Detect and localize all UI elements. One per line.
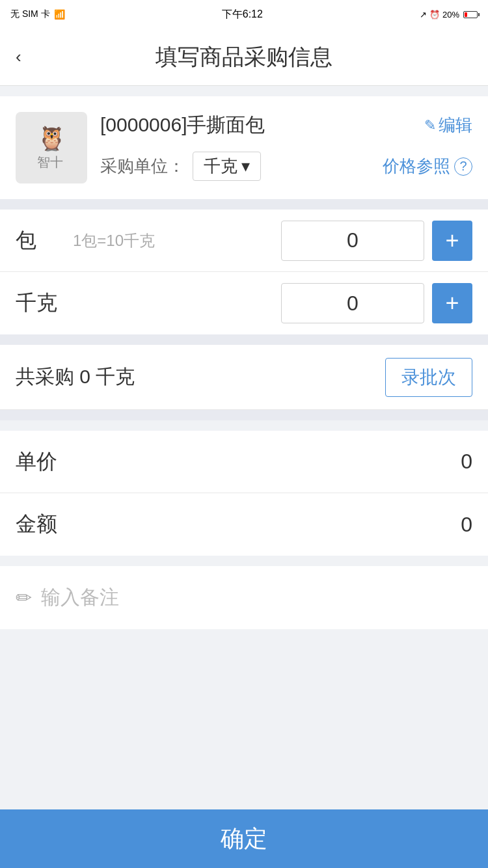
status-bar: 无 SIM 卡 📶 下午6:12 ↗ ⏰ 20% <box>0 0 488 29</box>
purchase-unit-label: 采购单位： <box>100 155 185 178</box>
product-owl-icon: 🦉 <box>37 125 66 152</box>
chevron-down-icon: ▾ <box>241 156 250 176</box>
batch-button[interactable]: 录批次 <box>385 358 472 397</box>
unit-price-value: 0 <box>461 450 472 474</box>
kg-input-row: 千克 + <box>0 272 488 334</box>
kg-plus-button[interactable]: + <box>432 283 472 323</box>
bao-input-row: 包 1包=10千克 + <box>0 210 488 272</box>
price-section: 单价 0 金额 0 <box>0 431 488 556</box>
kg-label: 千克 <box>16 289 68 318</box>
remark-placeholder: 输入备注 <box>41 584 119 611</box>
section-divider-3 <box>0 410 488 420</box>
product-image: 🦉 智十 <box>16 112 87 183</box>
status-time: 下午6:12 <box>222 8 263 21</box>
product-brand-label: 智十 <box>37 154 66 171</box>
battery-label: 20% <box>442 10 459 20</box>
pencil-icon: ✏ <box>16 586 32 609</box>
total-section: 共采购 0 千克 录批次 <box>0 334 488 410</box>
unit-price-row: 单价 0 <box>0 431 488 493</box>
amount-value: 0 <box>461 513 472 537</box>
alarm-icon: ⏰ <box>429 10 440 20</box>
wifi-icon: 📶 <box>54 9 65 20</box>
bao-input[interactable] <box>281 221 424 261</box>
purchase-unit-row: 采购单位： 千克 ▾ 价格参照 ? <box>100 152 472 181</box>
bao-sublabel: 1包=10千克 <box>73 230 155 251</box>
amount-label: 金额 <box>16 510 57 539</box>
sim-label: 无 SIM 卡 <box>10 8 50 20</box>
battery-icon <box>463 11 478 18</box>
product-name: [0000006]手撕面包 <box>100 112 265 139</box>
confirm-button[interactable]: 确定 <box>0 809 488 868</box>
bao-label: 包 <box>16 226 68 255</box>
input-section: 包 1包=10千克 + 千克 + <box>0 210 488 334</box>
total-row: 共采购 0 千克 录批次 <box>0 345 488 410</box>
total-text: 共采购 0 千克 <box>16 364 135 390</box>
amount-row: 金额 0 <box>0 493 488 556</box>
section-divider-1 <box>0 199 488 210</box>
unit-price-label: 单价 <box>16 448 57 476</box>
location-icon: ↗ <box>420 10 427 20</box>
product-section: 🦉 智十 [0000006]手撕面包 ✎ 编辑 采购单位： 千克 ▾ <box>0 96 488 199</box>
page-title: 填写商品采购信息 <box>156 42 332 72</box>
empty-space <box>0 629 488 824</box>
remark-section[interactable]: ✏ 输入备注 <box>0 566 488 629</box>
product-details: [0000006]手撕面包 ✎ 编辑 采购单位： 千克 ▾ 价格参照 ? <box>100 112 472 181</box>
unit-select[interactable]: 千克 ▾ <box>193 152 261 181</box>
nav-bar: ‹ 填写商品采购信息 <box>0 29 488 86</box>
price-ref-button[interactable]: 价格参照 ? <box>383 155 472 178</box>
edit-button[interactable]: ✎ 编辑 <box>424 114 472 137</box>
kg-input[interactable] <box>281 283 424 323</box>
question-icon: ? <box>454 157 472 176</box>
edit-icon: ✎ <box>424 117 436 134</box>
status-left: 无 SIM 卡 📶 <box>10 8 65 20</box>
bao-plus-button[interactable]: + <box>432 221 472 261</box>
status-right: ↗ ⏰ 20% <box>420 10 478 20</box>
back-button[interactable]: ‹ <box>16 47 21 67</box>
product-name-row: [0000006]手撕面包 ✎ 编辑 <box>100 112 472 139</box>
section-divider-2 <box>0 334 488 345</box>
